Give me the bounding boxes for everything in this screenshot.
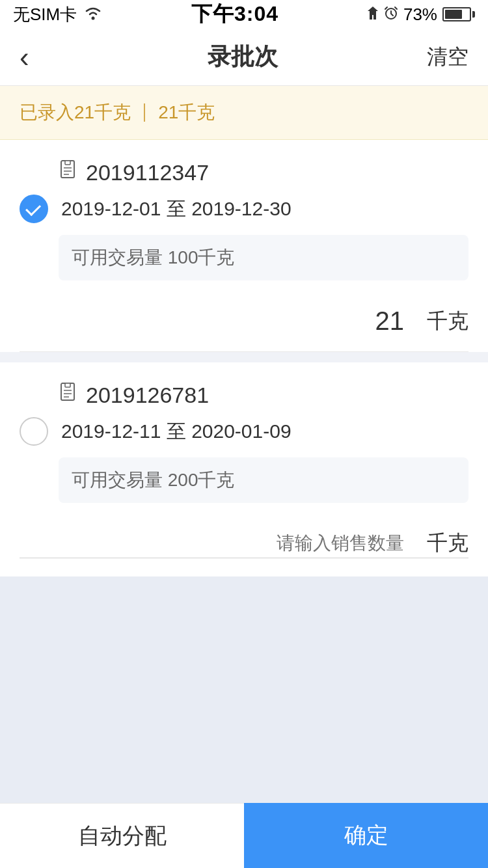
nav-bar: ‹ 录批次 清空 [0, 29, 488, 86]
batch-card-2: 2019126781 2019-12-11 至 2020-01-09 可用交易量… [0, 362, 488, 576]
radio-button-2[interactable] [20, 417, 48, 446]
status-left: 无SIM卡 [13, 3, 103, 26]
info-banner: 已录入21千克 21千克 [0, 86, 488, 140]
status-time: 下午3:04 [191, 0, 278, 29]
auto-distribute-button[interactable]: 自动分配 [0, 803, 244, 868]
recorded-value: 21千克 [158, 100, 215, 125]
batch-id-row-2: 2019126781 [20, 382, 468, 408]
batch-id-row-1: 2019112347 [20, 159, 468, 185]
batch-id-1: 2019112347 [86, 160, 209, 185]
status-right: 73% [367, 5, 475, 25]
batch-card-1: 2019112347 2019-12-01 至 2019-12-30 可用交易量… [0, 140, 488, 352]
svg-rect-3 [65, 161, 70, 165]
batch-date-row-1[interactable]: 2019-12-01 至 2019-12-30 [20, 195, 468, 223]
batch-avail-row-2: 可用交易量 200千克 [59, 457, 468, 503]
batch-doc-icon-2 [59, 382, 79, 408]
svg-point-0 [92, 16, 95, 20]
clear-button[interactable]: 清空 [427, 43, 468, 72]
batch-amount-input-2[interactable] [20, 533, 414, 554]
battery-icon [442, 7, 475, 21]
back-button[interactable]: ‹ [20, 41, 59, 74]
wifi-icon [83, 5, 103, 25]
batch-amount-row-2: 千克 [20, 516, 468, 558]
sim-status: 无SIM卡 [13, 3, 77, 26]
batch-amount-input-1[interactable] [336, 306, 414, 336]
svg-rect-8 [65, 383, 70, 387]
batch-doc-icon-1 [59, 159, 79, 185]
alarm-icon [384, 5, 398, 25]
batch-date-2: 2019-12-11 至 2020-01-09 [61, 418, 291, 445]
batch-unit-1: 千克 [427, 307, 468, 336]
bottom-bar: 自动分配 确定 [0, 803, 488, 868]
location-icon [367, 5, 379, 25]
batch-date-row-2[interactable]: 2019-12-11 至 2020-01-09 [20, 417, 468, 446]
status-bar: 无SIM卡 下午3:04 73% [0, 0, 488, 29]
back-icon: ‹ [20, 41, 29, 74]
batch-date-1: 2019-12-01 至 2019-12-30 [61, 196, 291, 223]
batch-amount-row-1: 千克 [20, 293, 468, 352]
batch-id-2: 2019126781 [86, 383, 209, 408]
page-title: 录批次 [208, 41, 278, 73]
batch-avail-1: 可用交易量 100千克 [72, 247, 235, 267]
battery-percent: 73% [403, 5, 437, 25]
batch-unit-2: 千克 [427, 529, 468, 558]
recorded-label: 已录入21千克 [20, 100, 131, 125]
confirm-button[interactable]: 确定 [244, 803, 488, 868]
batch-avail-row-1: 可用交易量 100千克 [59, 235, 468, 280]
section-divider [0, 352, 488, 362]
batch-avail-2: 可用交易量 200千克 [72, 470, 235, 490]
radio-button-1[interactable] [20, 195, 48, 223]
banner-divider [144, 103, 145, 122]
